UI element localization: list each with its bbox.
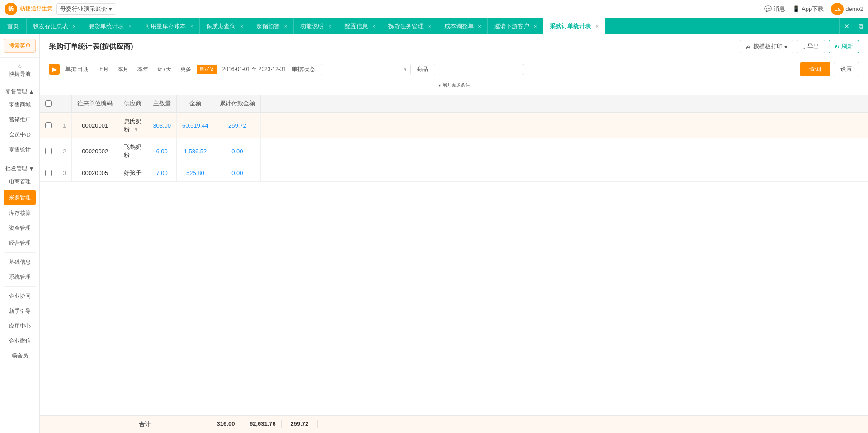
workspace-label: 母婴行业演示账套	[60, 5, 107, 13]
close-icon[interactable]: ×	[428, 24, 431, 29]
row-checkbox-cell	[40, 138, 57, 164]
sidebar-item-system-mgmt[interactable]: 系统管理	[0, 270, 39, 285]
sidebar-item-enterprise-wechat[interactable]: 企业微信	[0, 333, 39, 348]
enterprise-wechat-label: 企业微信	[9, 337, 31, 345]
row-amount[interactable]: 60,519.44	[177, 113, 214, 138]
tab-receive-send[interactable]: 收发存汇总表 ×	[27, 18, 82, 34]
tab-close-btn[interactable]: ✕	[839, 18, 854, 34]
row-paid-amount[interactable]: 0.00	[214, 164, 260, 182]
row-checkbox-cell	[40, 113, 57, 138]
shortcut-more[interactable]: 更多	[177, 65, 195, 74]
tab-restore-btn[interactable]: ⧉	[854, 18, 868, 34]
shortcut-last-month[interactable]: 上月	[94, 65, 112, 74]
enterprise-collab-label: 企业协同	[9, 292, 31, 300]
sidebar-item-marketing[interactable]: 营销推广	[0, 112, 39, 127]
shortcut-this-month[interactable]: 本月	[114, 65, 132, 74]
close-icon[interactable]: ×	[240, 24, 243, 29]
close-icon[interactable]: ×	[373, 24, 375, 29]
sidebar-item-retail-stat[interactable]: 零售统计	[0, 142, 39, 157]
shortcut-this-year[interactable]: 本年	[134, 65, 152, 74]
chevron-down-icon: ▾	[439, 83, 441, 88]
sidebar-item-quick-nav[interactable]: ☆ 快捷导航	[0, 60, 39, 82]
row-supplier-name: 飞鹤奶粉	[118, 138, 147, 164]
close-icon[interactable]: ×	[478, 24, 481, 29]
shortcut-custom[interactable]: 自定义	[197, 65, 217, 74]
col-paid-amount: 累计付款金额	[214, 95, 260, 113]
print-btn[interactable]: 🖨 按模板打印 ▾	[740, 40, 793, 53]
settings-btn[interactable]: 设置	[834, 62, 859, 76]
refresh-label: 刷新	[841, 43, 853, 51]
row-amount[interactable]: 1,586.52	[177, 138, 214, 164]
row-paid-amount[interactable]: 259.72	[214, 113, 260, 138]
footer-main-qty: 316.00	[208, 420, 244, 428]
content-area: 采购订单统计表(按供应商) 🖨 按模板打印 ▾ ↓ 导出 ↻ 刷新	[40, 34, 868, 433]
row-checkbox[interactable]	[45, 148, 52, 154]
more-filter-btn[interactable]: …	[529, 65, 546, 74]
close-icon[interactable]: ×	[128, 24, 131, 29]
message-btn[interactable]: 💬 消息	[764, 5, 785, 13]
tab-goods-stat[interactable]: 要货单统计表 ×	[82, 18, 138, 34]
workspace-selector[interactable]: 母婴行业演示账套 ▾	[56, 3, 116, 15]
row-paid-amount[interactable]: 0.00	[214, 138, 260, 164]
sidebar-item-basic-info[interactable]: 基础信息	[0, 255, 39, 270]
sidebar-item-finance-mgmt[interactable]: 资金管理	[0, 221, 39, 236]
row-main-qty[interactable]: 303.00	[147, 113, 177, 138]
query-btn[interactable]: 查询	[800, 62, 830, 76]
tab-invite-downstream[interactable]: 邀请下游客户 ×	[488, 18, 543, 34]
row-main-qty[interactable]: 7.00	[147, 164, 177, 182]
close-icon[interactable]: ×	[595, 24, 598, 29]
tab-pick-task-label: 拣货任务管理	[388, 22, 424, 30]
filter-toggle-btn[interactable]: ▶	[49, 64, 60, 75]
close-icon[interactable]: ×	[534, 24, 537, 29]
sidebar-item-ops-mgmt[interactable]: 经营管理	[0, 236, 39, 251]
tab-purchase-stat[interactable]: 采购订单统计表 ×	[543, 18, 605, 34]
tab-receive-send-label: 收发存汇总表	[33, 22, 68, 30]
tab-over-stock[interactable]: 超储预警 ×	[250, 18, 294, 34]
tab-stock-ledger[interactable]: 可用量库存账本 ×	[138, 18, 200, 34]
sidebar-item-purchase-mgmt[interactable]: 采购管理	[4, 190, 36, 205]
goods-input[interactable]	[434, 64, 524, 75]
sidebar-divider-2	[4, 252, 36, 253]
sidebar-item-new-guide[interactable]: 新手引导	[0, 304, 39, 319]
logo-area[interactable]: 畅 畅捷通好生意	[5, 3, 52, 15]
sidebar-item-ecommerce-mgmt[interactable]: 电商管理	[0, 174, 39, 189]
user-area[interactable]: Ea demo2	[831, 3, 863, 15]
tab-pick-task[interactable]: 拣货任务管理 ×	[382, 18, 438, 34]
app-download-label: App下载	[802, 5, 824, 13]
tab-config-info-label: 配置信息	[344, 22, 368, 30]
sidebar-item-stock-check[interactable]: 库存核算	[0, 206, 39, 221]
tab-home[interactable]: 首页	[0, 18, 27, 34]
sidebar-item-enterprise-collab[interactable]: 企业协同	[0, 289, 39, 304]
sidebar-item-member-center[interactable]: 会员中心	[0, 127, 39, 142]
tab-expiry-query[interactable]: 保质期查询 ×	[200, 18, 250, 34]
close-icon[interactable]: ×	[73, 24, 75, 29]
row-checkbox[interactable]	[45, 170, 52, 176]
expand-more-btn[interactable]: ▾ 展开更多条件	[49, 80, 859, 90]
tab-config-info[interactable]: 配置信息 ×	[338, 18, 382, 34]
row-amount[interactable]: 525.80	[177, 164, 214, 182]
refresh-btn[interactable]: ↻ 刷新	[829, 40, 859, 53]
logo-icon: 畅	[5, 3, 17, 15]
tab-cost-adjust[interactable]: 成本调整单 ×	[438, 18, 488, 34]
export-btn[interactable]: ↓ 导出	[797, 40, 826, 53]
row-main-qty[interactable]: 6.00	[147, 138, 177, 164]
finance-mgmt-label: 资金管理	[9, 224, 31, 232]
search-menu-btn[interactable]: 搜索菜单	[4, 39, 36, 53]
sidebar-divider-1	[4, 159, 36, 159]
tab-func-desc[interactable]: 功能说明 ×	[294, 18, 338, 34]
shortcut-last-7days[interactable]: 近7天	[154, 65, 175, 74]
expand-icon[interactable]: ▼	[133, 126, 139, 133]
sidebar-item-retail-mgmt[interactable]: 零售管理 ▲	[0, 84, 39, 97]
app-download-btn[interactable]: 📱 App下载	[793, 5, 824, 13]
sidebar-item-retail-mall[interactable]: 零售商城	[0, 97, 39, 112]
sidebar-item-app-center[interactable]: 应用中心	[0, 319, 39, 333]
sidebar-item-vip-member[interactable]: 畅会员	[0, 348, 39, 363]
row-checkbox[interactable]	[45, 122, 52, 128]
close-icon[interactable]: ×	[328, 24, 331, 29]
status-select[interactable]	[321, 64, 411, 75]
select-all-checkbox[interactable]	[45, 100, 52, 107]
sidebar-item-wholesale-mgmt[interactable]: 批发管理 ▼	[0, 161, 39, 174]
close-icon[interactable]: ×	[284, 24, 287, 29]
goods-filter-label: 商品	[416, 65, 428, 73]
close-icon[interactable]: ×	[190, 24, 193, 29]
